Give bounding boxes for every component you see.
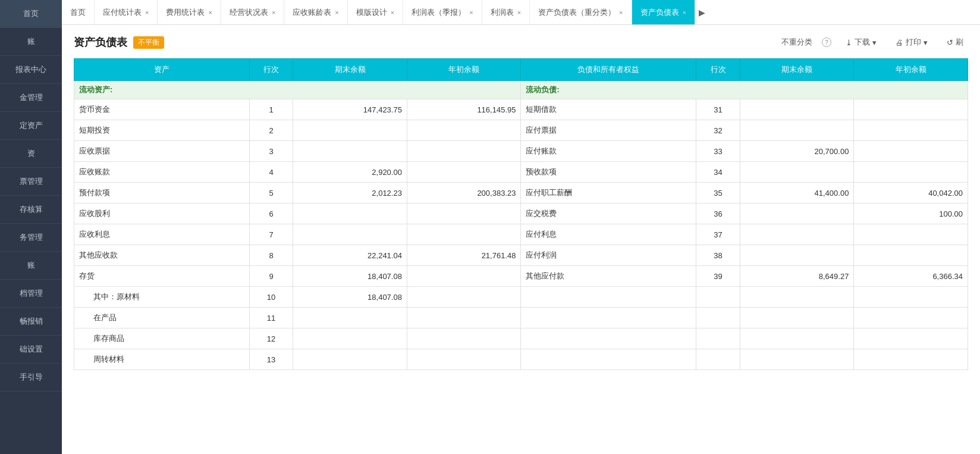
tab-home[interactable]: 首页	[62, 0, 95, 25]
tab-payable-stats[interactable]: 应付统计表 ×	[95, 0, 158, 25]
download-button[interactable]: ⤓ 下载 ▾	[841, 35, 881, 50]
sidebar-item-tax-management[interactable]: 务管理	[0, 224, 62, 252]
sidebar-item-settings[interactable]: 础设置	[0, 336, 62, 364]
tab-template-design[interactable]: 模版设计 ×	[348, 0, 403, 25]
sidebar-item-report-center[interactable]: 报表中心	[0, 56, 62, 84]
asset-name[interactable]: 周转材料	[74, 349, 250, 370]
asset-beginning-balance	[407, 328, 521, 349]
asset-beginning-balance	[407, 120, 521, 141]
liability-name[interactable]: 应付票据	[521, 120, 696, 141]
tab-scroll-right[interactable]: ▶	[695, 0, 709, 25]
tab-income-quarterly[interactable]: 利润表（季报） ×	[403, 0, 482, 25]
sidebar-item-fund-management[interactable]: 金管理	[0, 84, 62, 112]
liability-name[interactable]: 短期借款	[521, 99, 696, 120]
liability-name[interactable]: 应交税费	[521, 203, 696, 224]
tab-close-ar-aging[interactable]: ×	[335, 9, 338, 16]
liability-name[interactable]: 应付职工薪酬	[521, 183, 696, 203]
liability-name[interactable]	[521, 328, 696, 349]
table-row: 货币资金 1 147,423.75 116,145.95 短期借款 31	[74, 99, 968, 120]
liability-name[interactable]: 应付利润	[521, 245, 696, 266]
page-title: 资产负债表	[74, 35, 127, 49]
print-button[interactable]: 🖨 打印 ▾	[891, 35, 932, 50]
sidebar-item-account[interactable]: 账	[0, 252, 62, 280]
content-area: 资产负债表 不平衡 不重分类 ? ⤓ 下载 ▾ 🖨 打印 ▾ ↺ 刷	[62, 25, 980, 454]
tab-close-operations[interactable]: ×	[272, 9, 275, 16]
asset-name[interactable]: 货币资金	[74, 99, 250, 120]
liability-ending-balance	[740, 224, 854, 245]
asset-ending-balance	[293, 141, 407, 162]
tab-bar: 首页 应付统计表 × 费用统计表 × 经营状况表 × 应收账龄表 × 模版设计 …	[62, 0, 980, 25]
tab-expense-stats[interactable]: 费用统计表 ×	[158, 0, 221, 25]
liability-row-num: 31	[696, 99, 740, 120]
liability-ending-balance	[740, 328, 854, 349]
liability-ending-balance	[740, 120, 854, 141]
tab-income[interactable]: 利润表 ×	[482, 0, 530, 25]
asset-name[interactable]: 预付款项	[74, 183, 250, 203]
sidebar-item-fixed-assets[interactable]: 定资产	[0, 112, 62, 140]
liability-row-num: 38	[696, 245, 740, 266]
asset-name[interactable]: 库存商品	[74, 328, 250, 349]
asset-beginning-balance	[407, 203, 521, 224]
liability-name[interactable]: 应付账款	[521, 141, 696, 162]
sidebar-item-bill-management[interactable]: 票管理	[0, 168, 62, 196]
section-left-label: 流动资产:	[74, 81, 521, 99]
asset-beginning-balance: 116,145.95	[407, 99, 521, 120]
asset-beginning-balance	[407, 266, 521, 287]
asset-beginning-balance	[407, 141, 521, 162]
refresh-icon: ↺	[947, 38, 953, 47]
asset-name[interactable]: 应收账款	[74, 162, 250, 183]
liability-name[interactable]	[521, 308, 696, 328]
asset-row-num: 11	[249, 308, 293, 328]
tab-close-income-quarterly[interactable]: ×	[469, 9, 473, 16]
liability-name[interactable]: 其他应付款	[521, 266, 696, 287]
col-header-ending-balance2: 期末余额	[740, 59, 854, 81]
tab-ar-aging[interactable]: 应收账龄表 ×	[284, 0, 347, 25]
sidebar: 首页 账 报表中心 金管理 定资产 资 票管理 存核算 务管理 账 档管理 畅报…	[0, 0, 62, 454]
liability-beginning-balance	[854, 349, 968, 370]
liability-name[interactable]: 预收款项	[521, 162, 696, 183]
help-icon[interactable]: ?	[822, 37, 831, 47]
table-row: 应收票据 3 应付账款 33 20,700.00	[74, 141, 968, 162]
sidebar-item-home[interactable]: 首页	[0, 0, 62, 28]
asset-row-num: 5	[249, 183, 293, 203]
asset-name[interactable]: 在产品	[74, 308, 250, 328]
asset-row-num: 9	[249, 266, 293, 287]
liability-ending-balance	[740, 308, 854, 328]
tab-close-balance-sheet[interactable]: ×	[683, 9, 686, 16]
asset-beginning-balance	[407, 287, 521, 308]
asset-name[interactable]: 存货	[74, 266, 250, 287]
asset-beginning-balance	[407, 349, 521, 370]
liability-name[interactable]	[521, 287, 696, 308]
asset-name[interactable]: 应收利息	[74, 224, 250, 245]
tab-close-expense-stats[interactable]: ×	[208, 9, 212, 16]
sidebar-item-expense[interactable]: 畅报销	[0, 308, 62, 336]
tab-close-template-design[interactable]: ×	[391, 9, 394, 16]
tab-balance-reclassified[interactable]: 资产负债表（重分类） ×	[530, 0, 632, 25]
tab-close-payable-stats[interactable]: ×	[145, 9, 149, 16]
col-header-row-num2: 行次	[696, 59, 740, 81]
sidebar-item-inventory[interactable]: 存核算	[0, 196, 62, 224]
liability-name[interactable]	[521, 349, 696, 370]
tab-close-balance-reclassified[interactable]: ×	[619, 9, 623, 16]
print-chevron-icon: ▾	[924, 38, 928, 47]
asset-name[interactable]: 其他应收款	[74, 245, 250, 266]
sidebar-item-archive[interactable]: 档管理	[0, 280, 62, 308]
liability-name[interactable]: 应付利息	[521, 224, 696, 245]
sidebar-item-investment[interactable]: 资	[0, 140, 62, 168]
refresh-button[interactable]: ↺ 刷	[942, 35, 968, 50]
sidebar-item-guide[interactable]: 手引导	[0, 364, 62, 392]
tab-close-income[interactable]: ×	[517, 9, 521, 16]
asset-beginning-balance	[407, 308, 521, 328]
tab-balance-sheet[interactable]: 资产负债表 ×	[632, 0, 695, 25]
asset-name[interactable]: 其中：原材料	[74, 287, 250, 308]
tab-operations[interactable]: 经营状况表 ×	[221, 0, 284, 25]
asset-name[interactable]: 应收股利	[74, 203, 250, 224]
asset-name[interactable]: 应收票据	[74, 141, 250, 162]
asset-name[interactable]: 短期投资	[74, 120, 250, 141]
liability-ending-balance	[740, 349, 854, 370]
table-row: 流动资产: 流动负债:	[74, 81, 968, 99]
asset-ending-balance: 147,423.75	[293, 99, 407, 120]
sidebar-item-ledger[interactable]: 账	[0, 28, 62, 56]
asset-ending-balance: 18,407.08	[293, 266, 407, 287]
col-header-beginning-balance2: 年初余额	[854, 59, 968, 81]
